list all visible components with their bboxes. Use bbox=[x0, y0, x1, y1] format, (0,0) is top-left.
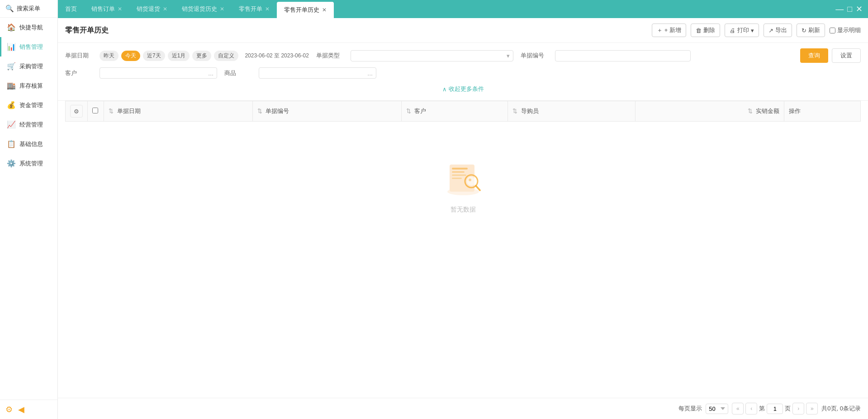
window-controls: — □ ✕ bbox=[835, 4, 868, 14]
date-filter-label: 单据日期 bbox=[65, 52, 92, 60]
collapse-button[interactable]: ∧ 收起更多条件 bbox=[441, 83, 486, 95]
sidebar-item-label: 经营管理 bbox=[19, 121, 43, 129]
page-title: 零售开单历史 bbox=[65, 26, 109, 35]
type-select[interactable] bbox=[351, 50, 513, 61]
empty-row: 暂无数据 bbox=[66, 122, 861, 250]
sidebar: 🔍 搜索采单 🏠 快捷导航 📊 销售管理 🛒 采购管理 🏬 库存核算 💰 资金管… bbox=[0, 0, 58, 419]
page-number-input[interactable] bbox=[767, 404, 783, 414]
sort-number-icon[interactable]: ⇅ bbox=[257, 108, 262, 114]
tab-sales-return-history[interactable]: 销货退货历史 ✕ bbox=[175, 0, 232, 18]
per-page-select[interactable]: 10 20 50 100 bbox=[706, 404, 728, 414]
sort-amount-icon[interactable]: ⇅ bbox=[748, 108, 753, 114]
sort-guide-icon[interactable]: ⇅ bbox=[512, 108, 517, 114]
empty-cell: 暂无数据 bbox=[66, 122, 861, 250]
date-btn-yesterday[interactable]: 昨天 bbox=[100, 51, 119, 61]
minimize-button[interactable]: — bbox=[835, 5, 844, 14]
print-arrow-icon: ▾ bbox=[751, 27, 754, 34]
page-header: 零售开单历史 ＋ + 新增 🗑 删除 🖨 打印 ▾ ↗ 导出 bbox=[58, 18, 868, 43]
col-guide-label: 导购员 bbox=[521, 108, 539, 114]
tab-sales-return[interactable]: 销货退货 ✕ bbox=[129, 0, 175, 18]
date-btn-today[interactable]: 今天 bbox=[121, 51, 140, 61]
tab-sales-order-close[interactable]: ✕ bbox=[118, 6, 122, 12]
number-filter-label: 单据编号 bbox=[521, 52, 548, 60]
add-button[interactable]: ＋ + 新增 bbox=[652, 24, 686, 37]
table-header-row: ⚙ ⇅ 单据日期 ⇅ 单据编号 bbox=[66, 101, 861, 122]
sidebar-item-system-mgmt[interactable]: ⚙️ 系统管理 bbox=[0, 154, 57, 173]
sidebar-item-purchase-mgmt[interactable]: 🛒 采购管理 bbox=[0, 56, 57, 76]
collapse-row: ∧ 收起更多条件 bbox=[65, 83, 861, 95]
show-detail-input[interactable] bbox=[830, 28, 835, 33]
show-detail-checkbox[interactable]: 显示明细 bbox=[830, 26, 861, 34]
sort-customer-icon[interactable]: ⇅ bbox=[406, 108, 411, 114]
svg-rect-5 bbox=[452, 178, 462, 179]
tab-retail-history-close[interactable]: ✕ bbox=[322, 7, 327, 13]
last-page-button[interactable]: » bbox=[806, 403, 818, 414]
refresh-button[interactable]: ↻ 刷新 bbox=[797, 24, 825, 37]
tab-retail-history[interactable]: 零售开单历史 ✕ bbox=[277, 2, 334, 18]
date-btn-7days[interactable]: 近7天 bbox=[143, 51, 165, 61]
total-info: 共0页, 0条记录 bbox=[821, 405, 861, 413]
sidebar-item-sales-mgmt[interactable]: 📊 销售管理 bbox=[0, 37, 57, 56]
tab-sales-order-label: 销售订单 bbox=[91, 5, 115, 13]
warehouse-icon: 🏬 bbox=[7, 81, 16, 90]
next-page-button[interactable]: › bbox=[792, 403, 804, 414]
date-options: 昨天 今天 近7天 近1月 更多 自定义 2023-06-02 至 2023-0… bbox=[100, 51, 309, 61]
goods-input-wrap: ... bbox=[259, 67, 376, 79]
sidebar-item-inventory[interactable]: 🏬 库存核算 bbox=[0, 76, 57, 95]
tab-sales-return-history-close[interactable]: ✕ bbox=[220, 6, 224, 12]
first-page-button[interactable]: « bbox=[732, 403, 744, 414]
customer-input[interactable] bbox=[100, 67, 217, 79]
sidebar-search-button[interactable]: 🔍 搜索采单 bbox=[0, 0, 57, 18]
select-all-checkbox[interactable] bbox=[92, 108, 98, 113]
sort-date-icon[interactable]: ⇅ bbox=[109, 108, 114, 114]
table-header-checkbox bbox=[88, 101, 104, 122]
query-button[interactable]: 查询 bbox=[800, 48, 828, 63]
settings-button[interactable]: 设置 bbox=[832, 48, 861, 63]
svg-line-8 bbox=[476, 186, 480, 190]
number-input[interactable] bbox=[555, 50, 691, 61]
customer-filter-label: 客户 bbox=[65, 69, 92, 77]
main-area: 首页 销售订单 ✕ 销货退货 ✕ 销货退货历史 ✕ 零售开单 ✕ 零售开单历史 … bbox=[58, 0, 868, 419]
tab-sales-return-label: 销货退货 bbox=[137, 5, 160, 13]
tab-retail-open-label: 零售开单 bbox=[239, 5, 262, 13]
sidebar-item-label: 资金管理 bbox=[19, 101, 43, 109]
sidebar-item-finance[interactable]: 💰 资金管理 bbox=[0, 95, 57, 115]
data-table: ⚙ ⇅ 单据日期 ⇅ 单据编号 bbox=[65, 101, 861, 250]
delete-button[interactable]: 🗑 删除 bbox=[691, 24, 720, 37]
tab-home-label: 首页 bbox=[65, 5, 77, 13]
settings-icon[interactable]: ⚙ bbox=[5, 405, 13, 414]
sidebar-item-operations[interactable]: 📈 经营管理 bbox=[0, 115, 57, 134]
goods-input[interactable] bbox=[259, 67, 376, 79]
table-col-actions: 操作 bbox=[784, 101, 861, 122]
tab-retail-open[interactable]: 零售开单 ✕ bbox=[232, 0, 277, 18]
close-window-button[interactable]: ✕ bbox=[856, 4, 863, 14]
sidebar-item-label: 系统管理 bbox=[19, 160, 43, 168]
print-button[interactable]: 🖨 打印 ▾ bbox=[725, 24, 759, 37]
tab-sales-return-close[interactable]: ✕ bbox=[163, 6, 167, 12]
date-btn-1month[interactable]: 近1月 bbox=[168, 51, 190, 61]
tab-sales-return-history-label: 销货退货历史 bbox=[182, 5, 217, 13]
date-btn-more[interactable]: 更多 bbox=[192, 51, 211, 61]
column-settings-button[interactable]: ⚙ bbox=[70, 105, 83, 118]
sidebar-item-quick-nav[interactable]: 🏠 快捷导航 bbox=[0, 18, 57, 37]
page-label: 第 bbox=[759, 405, 765, 413]
date-btn-custom[interactable]: 自定义 bbox=[214, 51, 238, 61]
empty-area: 暂无数据 bbox=[66, 122, 861, 250]
type-select-wrap: ▾ bbox=[351, 50, 513, 61]
tab-home[interactable]: 首页 bbox=[58, 0, 84, 18]
home-icon: 🏠 bbox=[7, 23, 16, 32]
tab-retail-open-close[interactable]: ✕ bbox=[265, 6, 270, 12]
page-total-label: 页 bbox=[785, 405, 791, 413]
money-icon: 💰 bbox=[7, 101, 16, 109]
goods-filter-label: 商品 bbox=[224, 69, 251, 77]
table-section: ⚙ ⇅ 单据日期 ⇅ 单据编号 bbox=[58, 101, 868, 398]
prev-page-button[interactable]: ‹ bbox=[745, 403, 757, 414]
sidebar-item-basic-info[interactable]: 📋 基础信息 bbox=[0, 134, 57, 154]
col-actions-label: 操作 bbox=[789, 108, 801, 114]
tab-sales-order[interactable]: 销售订单 ✕ bbox=[84, 0, 129, 18]
refresh-label: 刷新 bbox=[808, 26, 820, 34]
maximize-button[interactable]: □ bbox=[847, 5, 852, 14]
collapse-sidebar-icon[interactable]: ◀ bbox=[18, 405, 24, 414]
export-button[interactable]: ↗ 导出 bbox=[764, 24, 792, 37]
show-detail-label: 显示明细 bbox=[837, 26, 861, 34]
